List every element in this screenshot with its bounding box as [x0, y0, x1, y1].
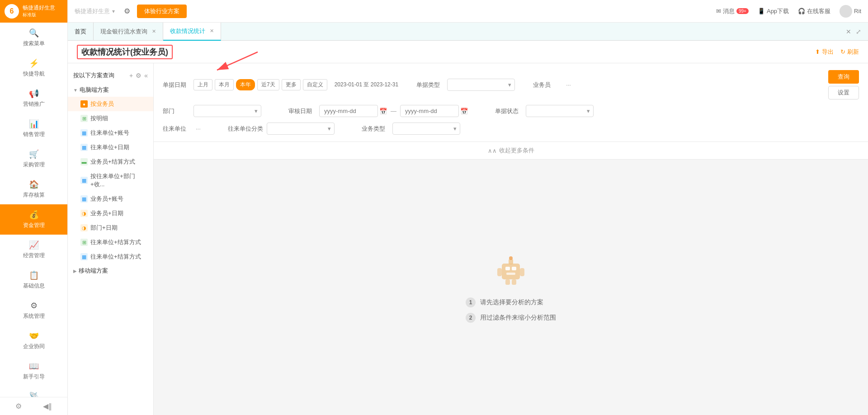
maximize-button[interactable]: ⤢ — [856, 28, 861, 35]
partner-category-filter-item: 往来单位分类 — [228, 123, 335, 135]
scheme-item-salesperson[interactable]: ● 按业务员 — [68, 97, 153, 111]
query-button[interactable]: 查询 — [828, 70, 859, 84]
dept-label: 部门 — [163, 107, 190, 115]
sidebar-item-inventory[interactable]: 🏠 库存核算 — [0, 174, 67, 204]
partner-more-button[interactable]: ··· — [196, 125, 201, 132]
scheme-label: 往来单位+账号 — [90, 129, 129, 137]
scheme-item-dept-date[interactable]: ◑ 部门+日期 — [68, 221, 153, 235]
date-tab-custom[interactable]: 自定义 — [303, 79, 327, 90]
sidebar-item-operations[interactable]: 📈 经营管理 — [0, 235, 67, 265]
scheme-item-partner-date[interactable]: ▦ 往来单位+日期 — [68, 140, 153, 155]
step-1-text: 请先选择要分析的方案 — [480, 298, 543, 307]
add-scheme-button[interactable]: + — [129, 72, 133, 79]
salesperson-more-button[interactable]: ··· — [566, 81, 571, 88]
audit-date-to-input[interactable] — [400, 105, 459, 117]
sales-icon: 📊 — [29, 119, 39, 129]
expand-arrow-icon: ▼ — [73, 88, 78, 93]
scheme-item-salesperson-settlement[interactable]: ▬ 业务员+结算方式 — [68, 155, 153, 169]
online-service-button[interactable]: 🎧 在线客服 — [798, 7, 830, 15]
biz-type-filter-item: 业务类型 — [362, 123, 460, 135]
sidebar-item-label: 经营管理 — [23, 252, 45, 259]
step-2-text: 用过滤条件来缩小分析范围 — [480, 314, 556, 322]
audit-date-from-input[interactable] — [319, 105, 378, 117]
sidebar-collapse-btn[interactable]: ◀‖ — [43, 402, 52, 410]
scheme-icon-salesperson: ● — [80, 100, 88, 108]
app-download-button[interactable]: 📱 App下载 — [758, 7, 789, 15]
svg-point-5 — [509, 256, 513, 260]
sidebar-item-search[interactable]: 🔍 搜索菜单 — [0, 23, 67, 53]
filter-row-2: 部门 审核日期 📅 — 📅 — [163, 105, 859, 117]
sidebar-item-purchase[interactable]: 🛒 采购管理 — [0, 144, 67, 174]
doc-type-filter-item: 单据类型 — [416, 79, 515, 91]
scheme-label: 往来单位+结算方式 — [90, 253, 141, 261]
message-badge: 99+ — [736, 8, 749, 14]
date-tab-last-month[interactable]: 上月 — [193, 79, 212, 90]
filter-settings-button[interactable]: 设置 — [828, 86, 859, 99]
main-content-area: 收款情况统计(按业务员) ⬆ 导出 ↻ 刷新 按以下方 — [68, 41, 868, 415]
scheme-label: 按往来单位+部门+收... — [90, 172, 148, 189]
partner-category-label: 往来单位分类 — [228, 125, 263, 133]
collapse-bar: ∧∧ 收起更多条件 — [154, 142, 868, 160]
sidebar-item-basic-info[interactable]: 📋 基础信息 — [0, 265, 67, 295]
refresh-button[interactable]: ↻ 刷新 — [840, 48, 859, 56]
topbar-brand: 畅捷通好生意 ▾ — [75, 7, 115, 15]
sidebar-item-hardware[interactable]: 📡 智能硬件 — [0, 386, 67, 397]
sidebar-settings-btn[interactable]: ⚙ — [15, 402, 22, 410]
close-all-tabs-button[interactable]: ✕ — [846, 28, 851, 35]
chevron-up-icon: ∧∧ — [488, 147, 497, 154]
sidebar-footer: ⚙ ◀‖ — [0, 397, 67, 415]
sidebar-item-sales[interactable]: 📊 销售管理 — [0, 113, 67, 144]
scheme-item-partner-settlement1[interactable]: ⊞ 往来单位+结算方式 — [68, 235, 153, 250]
page-header-actions: ⬆ 导出 ↻ 刷新 — [815, 48, 859, 56]
calendar-from-icon: 📅 — [379, 108, 387, 115]
scheme-settings-button[interactable]: ⚙ — [136, 72, 142, 79]
left-panel-title: 按以下方案查询 — [73, 71, 114, 80]
message-label: 消息 — [723, 7, 735, 15]
sidebar-item-system[interactable]: ⚙ 系统管理 — [0, 295, 67, 325]
receipt-stats-tab-label: 收款情况统计 — [170, 27, 205, 35]
scheme-item-partner-dept[interactable]: ▦ 按往来单位+部门+收... — [68, 169, 153, 192]
tab-receipt-stats[interactable]: 收款情况统计 ✕ — [163, 23, 221, 41]
sidebar-item-quicknav[interactable]: ⚡ 快捷导航 — [0, 53, 67, 83]
export-label: 导出 — [822, 48, 834, 56]
mobile-section-title[interactable]: ▶ 移动端方案 — [68, 264, 153, 278]
svg-rect-3 — [506, 273, 515, 275]
sidebar-item-marketing[interactable]: 📢 营销推广 — [0, 83, 67, 113]
message-button[interactable]: ✉ 消息 99+ — [716, 7, 749, 15]
doc-status-select[interactable] — [526, 105, 594, 117]
home-tab-label: 首页 — [75, 28, 86, 36]
doc-type-select[interactable] — [447, 79, 515, 91]
sidebar-item-tutorial[interactable]: 📖 新手引导 — [0, 356, 67, 386]
collapse-more-button[interactable]: ∧∧ 收起更多条件 — [488, 146, 534, 155]
date-tab-more[interactable]: 更多 — [282, 79, 301, 90]
tab-bank-flow[interactable]: 现金银行流水查询 ✕ — [94, 23, 163, 41]
collapse-panel-button[interactable]: « — [144, 72, 148, 79]
date-tab-7days[interactable]: 近7天 — [257, 79, 279, 90]
desktop-section-title[interactable]: ▼ 电脑端方案 — [68, 83, 153, 97]
scheme-item-partner-settlement2[interactable]: ▦ 往来单位+结算方式 — [68, 250, 153, 264]
scheme-item-salesperson-date[interactable]: ◑ 业务员+日期 — [68, 206, 153, 221]
user-avatar[interactable]: Rit — [840, 5, 861, 18]
sidebar-item-collab[interactable]: 🤝 企业协同 — [0, 325, 67, 356]
date-tab-this-year[interactable]: 本年 — [236, 79, 255, 90]
partner-category-select[interactable] — [267, 123, 335, 135]
export-button[interactable]: ⬆ 导出 — [815, 48, 834, 56]
empty-illustration — [493, 252, 529, 288]
logo-icon: 6 — [5, 4, 19, 19]
sidebar-item-label: 企业协同 — [23, 343, 45, 350]
scheme-item-partner-account[interactable]: ▦ 往来单位+账号 — [68, 126, 153, 140]
biz-type-select[interactable] — [392, 123, 460, 135]
sidebar-item-label: 库存核算 — [23, 191, 45, 199]
svg-rect-9 — [512, 279, 516, 285]
tab-home[interactable]: 首页 — [68, 23, 94, 41]
tab-close-active-icon[interactable]: ✕ — [210, 28, 214, 34]
left-panel: 按以下方案查询 + ⚙ « ▼ 电脑端方案 — [68, 63, 154, 415]
topbar-gear-icon[interactable]: ⚙ — [124, 7, 130, 15]
trial-button[interactable]: 体验行业方案 — [137, 5, 187, 18]
scheme-item-salesperson-account[interactable]: ▦ 业务员+账号 — [68, 192, 153, 206]
tab-close-icon[interactable]: ✕ — [152, 28, 156, 34]
date-tab-this-month[interactable]: 本月 — [215, 79, 234, 90]
sidebar-item-finance[interactable]: 💰 资金管理 — [0, 204, 67, 235]
dept-select[interactable] — [193, 105, 261, 117]
scheme-item-detail[interactable]: ⊞ 按明细 — [68, 111, 153, 126]
